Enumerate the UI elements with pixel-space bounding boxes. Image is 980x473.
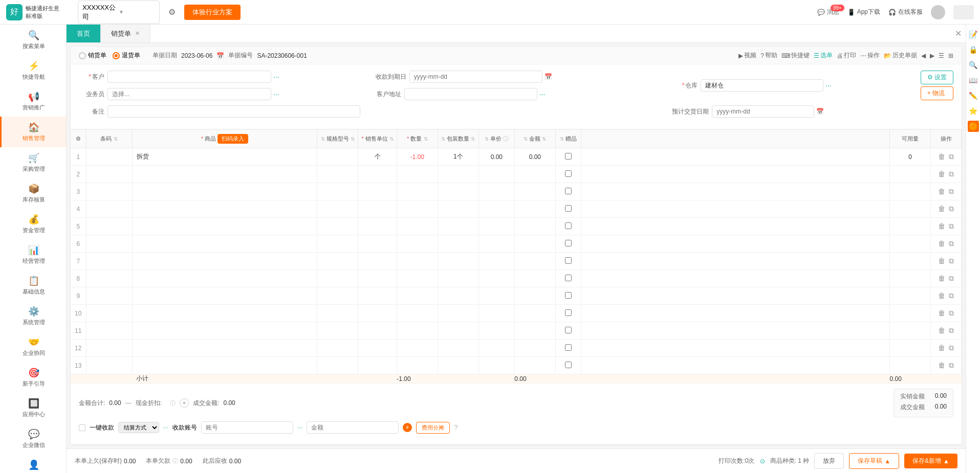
sidebar-item-basic[interactable]: 📋 基础信息: [0, 270, 66, 301]
col-settings[interactable]: ⚙: [71, 130, 86, 148]
customer-address-input[interactable]: [404, 88, 537, 100]
warehouse-input[interactable]: [701, 79, 823, 92]
view-grid-icon[interactable]: ⊞: [948, 52, 953, 59]
company-selector[interactable]: XXXXXX公司 ▼: [78, 1, 160, 24]
warehouse-dots-icon[interactable]: ···: [825, 81, 832, 89]
toolbar-select[interactable]: ☰ 选单: [814, 51, 833, 60]
address-dots-icon[interactable]: ···: [539, 90, 546, 98]
account-input[interactable]: [201, 421, 293, 434]
one-click-payment-checkbox[interactable]: [79, 424, 85, 431]
sidebar-item-purchase[interactable]: 🛒 采购管理: [0, 147, 66, 178]
row-delete-btn[interactable]: 🗑: [937, 169, 946, 179]
arrears-info-icon[interactable]: ⓘ: [172, 457, 178, 465]
row-copy-btn[interactable]: ⧉: [948, 360, 955, 371]
toolbar-print[interactable]: 🖨 打印: [837, 51, 856, 60]
print-settings-icon[interactable]: ⊙: [760, 458, 765, 465]
app-download-button[interactable]: 📱 App下载: [847, 8, 880, 16]
spec-sort-icon[interactable]: ⇅: [321, 136, 325, 142]
right-panel-star-icon[interactable]: ⭐: [968, 105, 979, 117]
view-list-icon[interactable]: ☰: [939, 52, 944, 59]
sidebar-item-appstore[interactable]: 🔲 应用中心: [0, 393, 66, 423]
row-delete-btn[interactable]: 🗑: [937, 290, 946, 301]
row-delete-btn[interactable]: 🗑: [937, 360, 946, 370]
settings-button[interactable]: ⚙ 设置: [921, 71, 953, 84]
row-copy-btn[interactable]: ⧉: [948, 343, 955, 353]
row-delete-btn[interactable]: 🗑: [937, 343, 946, 353]
sidebar-item-guide[interactable]: 🎯 新手引导: [0, 362, 66, 393]
tab-sales-order[interactable]: 销货单 ✕: [101, 25, 150, 42]
radio-return-order[interactable]: 退货单: [113, 51, 140, 60]
save-new-button[interactable]: 保存&新增 ▲: [904, 454, 957, 468]
row-copy-btn[interactable]: ⧉: [948, 325, 955, 336]
row-delete-btn[interactable]: 🗑: [937, 325, 946, 335]
scan-button[interactable]: 扫码录入: [217, 134, 248, 144]
delivery-calendar-icon[interactable]: 📅: [816, 108, 824, 115]
avatar[interactable]: [931, 5, 945, 19]
row-delete-btn[interactable]: 🗑: [937, 308, 946, 318]
row-copy-btn[interactable]: ⧉: [948, 256, 955, 266]
right-panel-zoom-icon[interactable]: 🔍: [968, 59, 979, 71]
customer-input[interactable]: [107, 71, 271, 83]
add-payment-button[interactable]: +: [403, 423, 412, 432]
nav-prev-icon[interactable]: ◀: [921, 52, 926, 59]
right-panel-lock-icon[interactable]: 🔒: [968, 44, 979, 55]
toolbar-history[interactable]: 📂 历史单据: [884, 51, 917, 60]
discard-button[interactable]: 放弃: [814, 453, 844, 469]
right-panel-pencil-icon[interactable]: ✏️: [968, 90, 979, 101]
sidebar-item-search[interactable]: 🔍 搜索菜单: [0, 25, 66, 55]
discount-info-icon[interactable]: ⓘ: [170, 399, 176, 407]
tab-close-icon[interactable]: ✕: [135, 30, 140, 37]
row-delete-btn[interactable]: 🗑: [937, 186, 946, 196]
sidebar-item-wechat[interactable]: 💬 企业微信: [0, 423, 66, 454]
online-service-button[interactable]: 🎧 在线客服: [888, 8, 923, 16]
row-copy-btn[interactable]: ⧉: [948, 308, 955, 319]
toolbar-shortcut[interactable]: ⌨ 快捷键: [781, 51, 810, 60]
sidebar-item-member[interactable]: 👤 畅会员: [0, 454, 66, 473]
right-panel-book-icon[interactable]: 📖: [968, 75, 979, 86]
settings-icon[interactable]: ⚙: [164, 4, 180, 20]
price-info-icon[interactable]: ⓘ: [503, 136, 509, 142]
row-copy-btn[interactable]: ⧉: [948, 273, 955, 284]
notes-input[interactable]: [107, 105, 360, 118]
nav-next-icon[interactable]: ▶: [930, 52, 934, 59]
sidebar-item-quick-nav[interactable]: ⚡ 快捷导航: [0, 55, 66, 86]
salesperson-input[interactable]: [107, 88, 271, 100]
account-dots-icon[interactable]: ···: [297, 424, 302, 431]
sidebar-item-inventory[interactable]: 📦 库存核算: [0, 178, 66, 209]
message-button[interactable]: 💬 消息 99+: [817, 8, 839, 16]
right-panel-edit-icon[interactable]: 📝: [968, 29, 979, 40]
payment-amount-input[interactable]: [307, 421, 399, 434]
save-draft-button[interactable]: 保存草稿 ▲: [849, 453, 899, 469]
sidebar-item-marketing[interactable]: 📢 营销推广: [0, 86, 66, 117]
row-delete-btn[interactable]: 🗑: [937, 238, 946, 249]
trial-button[interactable]: 体验行业方案: [184, 5, 241, 20]
row-delete-btn[interactable]: 🗑: [937, 221, 946, 231]
settlement-method-select[interactable]: 结算方式: [118, 422, 159, 433]
toolbar-video[interactable]: ▶ 视频: [738, 51, 756, 60]
sidebar-item-system[interactable]: ⚙️ 系统管理: [0, 301, 66, 331]
settlement-dots-icon[interactable]: ···: [163, 424, 168, 431]
row-delete-btn[interactable]: 🗑: [937, 151, 946, 162]
row-copy-btn[interactable]: ⧉: [948, 290, 955, 301]
payment-due-calendar-icon[interactable]: 📅: [545, 73, 552, 80]
toolbar-help[interactable]: ? 帮助: [760, 51, 777, 60]
sidebar-item-sales[interactable]: 🏠 销售管理: [0, 117, 66, 147]
row-copy-btn[interactable]: ⧉: [948, 169, 955, 179]
radio-sales-order[interactable]: 销货单: [79, 51, 106, 60]
close-window-icon[interactable]: ✕: [955, 29, 962, 38]
row-delete-btn[interactable]: 🗑: [937, 256, 946, 266]
row-copy-btn[interactable]: ⧉: [948, 221, 955, 232]
tab-home[interactable]: 首页: [67, 25, 101, 42]
salesperson-dots-icon[interactable]: ···: [273, 90, 279, 98]
row-copy-btn[interactable]: ⧉: [948, 204, 955, 214]
payment-due-input[interactable]: [409, 71, 542, 83]
right-panel-orange-icon[interactable]: 🟠: [968, 121, 979, 132]
logistics-button[interactable]: + 物流: [921, 86, 953, 100]
row-delete-btn[interactable]: 🗑: [937, 273, 946, 283]
row-copy-btn[interactable]: ⧉: [948, 151, 955, 162]
expense-split-button[interactable]: 费用分摊: [416, 422, 450, 434]
customer-dots-icon[interactable]: ···: [273, 73, 279, 81]
barcode-sort-icon[interactable]: ⇅: [114, 136, 118, 142]
toolbar-operation[interactable]: ⋯ 操作: [860, 51, 880, 60]
sidebar-item-finance[interactable]: 💰 资金管理: [0, 209, 66, 239]
